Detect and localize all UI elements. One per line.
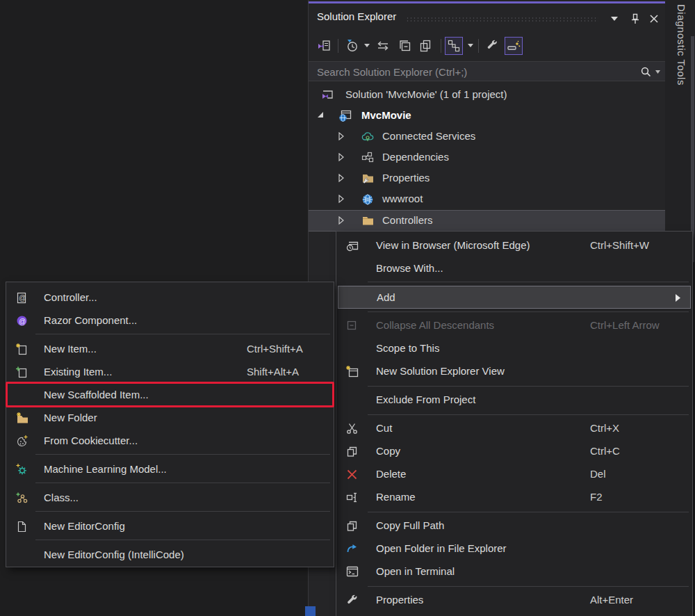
menu-item-collapse-all-descendants: Collapse All Descendants Ctrl+Left Arrow (338, 314, 691, 337)
menu-item-delete[interactable]: Delete Del (338, 463, 691, 486)
menu-item-new-editorconfig[interactable]: New EditorConfig (8, 515, 332, 538)
menu-item-label: Razor Component... (44, 314, 137, 326)
menu-item-label: Rename (376, 491, 416, 503)
menu-item-cut[interactable]: Cut Ctrl+X (338, 417, 691, 440)
search-placeholder: Search Solution Explorer (Ctrl+;) (317, 66, 467, 78)
collapsed-arrow-icon[interactable] (338, 132, 344, 140)
menu-item-existing-item[interactable]: Existing Item... Shift+Alt+A (8, 361, 332, 384)
terminal-icon (346, 566, 358, 578)
menu-item-controller[interactable]: @ Controller... (8, 286, 332, 309)
menu-item-browse-with[interactable]: Browse With... (338, 257, 691, 280)
menu-item-label: Browse With... (376, 262, 443, 274)
menu-item-exclude-from-project[interactable]: Exclude From Project (338, 389, 691, 412)
menu-item-rename[interactable]: Rename F2 (338, 486, 691, 509)
svg-text:@: @ (19, 318, 26, 325)
menu-item-copy-full-path[interactable]: Copy Full Path (338, 514, 691, 537)
annotation-highlight-box (6, 382, 334, 407)
tree-row-solution[interactable]: Solution 'MvcMovie' (1 of 1 project) (309, 85, 665, 106)
show-all-files-button[interactable] (416, 37, 434, 55)
menu-item-class[interactable]: Class... (8, 487, 332, 510)
menu-item-shortcut: Ctrl+Shift+A (247, 343, 303, 355)
class-icon (16, 492, 28, 504)
pin-button[interactable] (628, 12, 642, 26)
panel-toolbar (309, 31, 665, 60)
menu-item-label: Controller... (44, 291, 97, 303)
menu-item-new-item[interactable]: New Item... Ctrl+Shift+A (8, 338, 332, 361)
menu-separator (35, 540, 330, 540)
menu-item-label: New Folder (44, 412, 97, 423)
tree-row-dependencies[interactable]: Dependencies (309, 147, 665, 168)
menu-item-open-in-terminal[interactable]: Open in Terminal (338, 560, 691, 583)
menu-separator (368, 311, 689, 312)
search-box[interactable]: Search Solution Explorer (Ctrl+;) (309, 61, 665, 81)
tree-row-controllers[interactable]: Controllers (309, 210, 665, 232)
controller-icon: @ (16, 292, 28, 304)
menu-separator (368, 586, 689, 587)
menu-item-properties[interactable]: Properties Alt+Enter (338, 589, 691, 612)
panel-titlebar[interactable]: Solution Explorer (309, 3, 665, 31)
tree-row-properties[interactable]: Properties (309, 168, 665, 189)
solution-icon (321, 89, 334, 102)
tree-row-project[interactable]: MvcMovie (309, 106, 665, 127)
scrollbar[interactable] (691, 36, 694, 262)
preview-selected-items-button[interactable] (505, 37, 523, 55)
menu-item-copy[interactable]: Copy Ctrl+C (338, 440, 691, 463)
search-options-dropdown[interactable] (655, 70, 660, 74)
menu-item-machine-learning-model[interactable]: Machine Learning Model... (8, 458, 332, 481)
tree-row-connected-services[interactable]: Connected Services (309, 127, 665, 147)
menu-item-new-folder[interactable]: New Folder (8, 407, 332, 430)
window-position-button[interactable] (607, 12, 621, 26)
new-item-icon (16, 343, 28, 355)
menu-item-label: Cut (376, 422, 392, 434)
tree-row-wwwroot[interactable]: wwwroot (309, 189, 665, 210)
menu-item-open-folder-in-file-explorer[interactable]: Open Folder in File Explorer (338, 537, 691, 560)
properties-icon (486, 40, 499, 52)
menu-item-new-solution-explorer-view[interactable]: New Solution Explorer View (338, 360, 691, 383)
menu-item-label: New EditorConfig (IntelliCode) (44, 549, 184, 560)
collapse-all-button[interactable] (396, 37, 414, 55)
menu-item-shortcut: Alt+Enter (590, 594, 633, 606)
toolbar-separator (478, 39, 479, 53)
diagnostic-tools-tab[interactable]: Diagnostic Tools (669, 4, 687, 86)
menu-item-add[interactable]: Add (338, 286, 691, 309)
close-icon (650, 15, 658, 23)
razor-component-icon: @ (16, 315, 28, 327)
collapsed-arrow-icon[interactable] (338, 216, 344, 225)
menu-item-from-cookiecutter[interactable]: From Cookiecutter... (8, 430, 332, 453)
rename-icon (346, 492, 358, 503)
show-all-files-icon (419, 40, 432, 53)
menu-item-shortcut: Ctrl+Shift+W (590, 239, 649, 251)
menu-item-view-in-browser[interactable]: View in Browser (Microsoft Edge) Ctrl+Sh… (338, 234, 691, 257)
menu-item-scope-to-this[interactable]: Scope to This (338, 337, 691, 360)
filter-dropdown[interactable] (364, 44, 370, 47)
view-in-browser-icon (346, 240, 358, 252)
menu-item-shortcut: Del (590, 468, 606, 480)
menu-item-label: Existing Item... (44, 366, 112, 378)
menu-item-shortcut: Ctrl+X (590, 422, 619, 434)
new-folder-icon (16, 412, 28, 424)
existing-item-icon (16, 366, 28, 378)
tree-label: Controllers (382, 214, 433, 226)
track-active-item-button[interactable] (445, 37, 463, 55)
search-icon (641, 67, 651, 77)
expanded-arrow-icon[interactable] (317, 111, 324, 118)
sync-button[interactable] (374, 37, 392, 55)
menu-item-razor-component[interactable]: @ Razor Component... (8, 309, 332, 332)
ml-model-icon (16, 464, 28, 476)
switch-views-button[interactable] (316, 37, 334, 55)
menu-item-new-editorconfig-intellicode[interactable]: New EditorConfig (IntelliCode) (8, 544, 332, 567)
panel-title: Solution Explorer (317, 10, 396, 22)
menu-item-label: Open in Terminal (376, 565, 455, 577)
menu-separator (35, 511, 330, 512)
menu-item-label: Scope to This (376, 342, 439, 354)
open-folder-icon (346, 543, 358, 555)
track-active-dropdown[interactable] (468, 44, 473, 47)
filter-button[interactable] (343, 37, 361, 55)
toolbar-separator (338, 39, 338, 53)
close-button[interactable] (647, 12, 661, 26)
menu-separator (368, 414, 689, 415)
collapsed-arrow-icon[interactable] (338, 153, 344, 161)
collapsed-arrow-icon[interactable] (338, 174, 344, 182)
collapsed-arrow-icon[interactable] (338, 195, 344, 203)
properties-button[interactable] (484, 37, 502, 55)
